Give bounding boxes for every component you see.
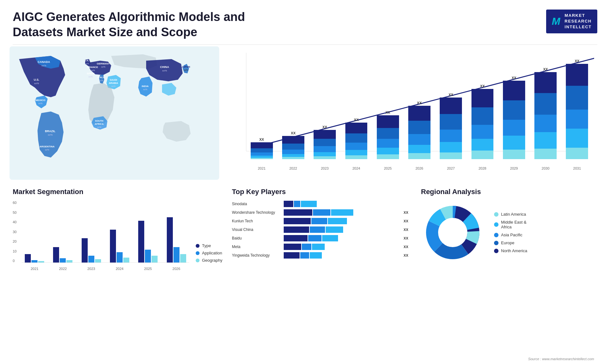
bar-segment [251, 152, 273, 156]
page-title: AIGC Generates Algorithmic Models and Da… [13, 10, 251, 40]
bar-segment [471, 125, 494, 139]
asia-pacific-dot [494, 233, 498, 237]
bar-group-2021: XX [248, 138, 275, 159]
svg-text:xx%: xx% [99, 79, 103, 82]
bar-segment [282, 157, 304, 159]
bar-segment [377, 115, 399, 128]
player-bar-seg3 [310, 252, 322, 259]
bar-segment [408, 121, 430, 134]
donut-chart [421, 201, 485, 264]
bar-segment [282, 136, 304, 144]
seg-xlabel-2023: 2023 [78, 267, 104, 271]
player-bar-seg2 [294, 201, 300, 207]
svg-text:xx%: xx% [88, 76, 92, 78]
bar-segment [408, 153, 430, 159]
reg-asia-pacific: Asia Pacific [494, 233, 527, 237]
bar-segment [377, 128, 399, 139]
bar-segment [408, 106, 430, 121]
svg-text:xx%: xx% [85, 63, 89, 65]
bar-segment [503, 136, 525, 150]
bar-segment [251, 142, 273, 148]
player-bar-seg3 [312, 244, 325, 250]
player-row: Wondershare TechnologyXX [232, 209, 408, 216]
svg-text:xx%: xx% [111, 85, 115, 87]
bar-segment [314, 139, 336, 146]
europe-dot [494, 241, 498, 245]
bar-label-2023: XX [322, 125, 327, 129]
bar-segment [534, 149, 557, 159]
player-bar-seg2 [311, 218, 327, 224]
logo-area: M MARKET RESEARCH INTELLECT [546, 10, 597, 33]
bar-chart-area: XXXXXXXXXXXXXXXXXXXXXX 20212022202320242… [235, 50, 594, 170]
bar-label-2029: XX [512, 76, 516, 80]
bar-segment [534, 72, 557, 93]
bar-segment [345, 150, 368, 155]
bar-group-2029: XX [500, 76, 528, 159]
svg-text:GERMANY: GERMANY [97, 62, 110, 65]
player-bar-seg1 [284, 209, 312, 216]
player-name: Visual China [232, 227, 281, 232]
bar-segment [503, 150, 525, 159]
segmentation-section: Market Segmentation 60 50 40 30 20 10 0 … [10, 186, 226, 272]
bar-segment [440, 114, 462, 130]
bar-segment [471, 107, 494, 125]
regional-title: Regional Analysis [421, 188, 597, 196]
bar-segment [440, 152, 462, 159]
player-bar-seg3 [322, 235, 338, 241]
player-xx-label: XX [403, 211, 408, 214]
legend-geography: Geography [196, 258, 222, 263]
bar-label-2027: XX [449, 93, 453, 97]
player-xx-label: XX [403, 228, 408, 232]
bottom-right: Top Key Players SinodataWondershare Tech… [229, 186, 600, 272]
reg-europe: Europe [494, 240, 527, 245]
bar-xlabel-2025: 2025 [374, 166, 402, 170]
header: AIGC Generates Algorithmic Models and Da… [0, 0, 610, 43]
player-row: Sinodata [232, 201, 408, 207]
bar-stack-2025 [377, 115, 399, 159]
reg-north-america: North America [494, 248, 527, 253]
bar-xlabel-2022: 2022 [279, 166, 307, 170]
bar-group-2030: XX [532, 67, 559, 159]
svg-text:JAPAN: JAPAN [182, 65, 190, 68]
bar-segment [314, 146, 336, 152]
bar-stack-2030 [534, 72, 557, 159]
type-dot [196, 244, 200, 248]
bar-segment [314, 152, 336, 156]
svg-text:xx%: xx% [45, 149, 49, 151]
bar-xlabel-2024: 2024 [342, 166, 370, 170]
bar-label-2031: XX [575, 59, 580, 63]
bar-xlabel-2028: 2028 [469, 166, 496, 170]
player-name: Meta [232, 245, 281, 249]
player-xx-label: XX [403, 253, 408, 257]
player-bar-seg1 [284, 244, 301, 250]
player-name: Baidu [232, 236, 281, 240]
player-bar-seg3 [326, 226, 343, 233]
svg-text:CANADA: CANADA [38, 60, 50, 64]
bar-xlabel-2023: 2023 [311, 166, 339, 170]
legend-type: Type [196, 243, 222, 248]
player-bar-seg1 [284, 218, 311, 224]
bar-segment [345, 133, 368, 143]
legend-application: Application [196, 251, 222, 255]
svg-text:MEXICO: MEXICO [35, 99, 45, 102]
bar-segment [503, 81, 525, 100]
bar-segment [566, 129, 588, 148]
svg-text:BRAZIL: BRAZIL [45, 130, 56, 133]
svg-text:FRANCE: FRANCE [87, 66, 98, 69]
svg-text:xx%: xx% [91, 69, 95, 71]
mea-dot [494, 222, 498, 227]
geography-dot [196, 259, 200, 262]
player-bar-seg1 [284, 235, 308, 241]
player-bar-seg1 [284, 226, 309, 233]
regional-section: Regional Analysis Latin America [418, 186, 600, 272]
bar-stack-2024 [345, 123, 368, 159]
player-row: Yingweida TechnologyXX [232, 252, 408, 259]
svg-point-43 [438, 218, 467, 247]
bar-group-2025: XX [374, 111, 402, 159]
bar-segment [282, 150, 304, 154]
seg-xlabel-2024: 2024 [107, 267, 132, 271]
player-bar-seg1 [284, 252, 300, 259]
bar-group-2028: XX [469, 84, 496, 159]
bar-label-2030: XX [543, 67, 548, 71]
logo-m-icon: M [552, 14, 561, 29]
